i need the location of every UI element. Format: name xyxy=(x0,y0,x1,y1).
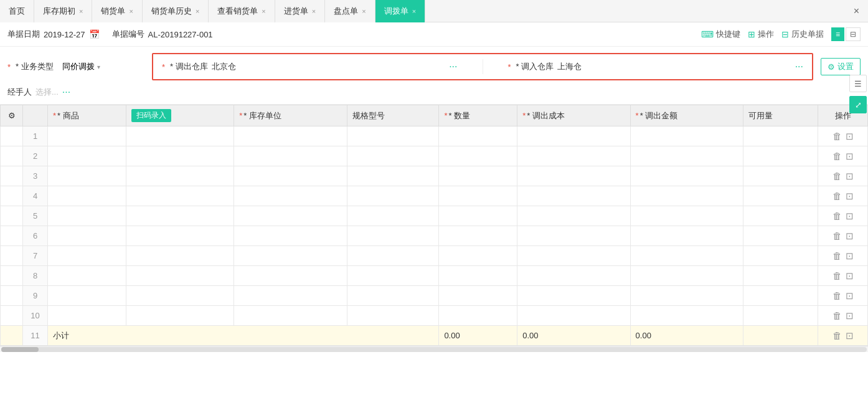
amount-cell[interactable] xyxy=(630,266,743,286)
tab-sales-order[interactable]: 销货单 × xyxy=(92,0,142,22)
close-icon[interactable]: × xyxy=(79,7,83,15)
spec-cell[interactable] xyxy=(347,286,439,306)
horizontal-scrollbar[interactable] xyxy=(0,346,868,352)
unit-cell[interactable] xyxy=(234,306,347,326)
copy-icon[interactable]: ⊡ xyxy=(846,290,854,302)
close-icon[interactable]: × xyxy=(262,7,265,15)
tab-sales-history[interactable]: 销货单历史 × xyxy=(143,0,209,22)
delete-icon[interactable]: 🗑 xyxy=(833,131,842,141)
qty-cell[interactable] xyxy=(439,286,517,306)
qty-cell[interactable] xyxy=(439,246,517,266)
tab-stocktake[interactable]: 盘点单 × xyxy=(325,0,375,22)
delete-icon[interactable]: 🗑 xyxy=(833,191,842,201)
history-action[interactable]: ⊟ 历史单据 xyxy=(781,29,824,40)
delete-icon[interactable]: 🗑 xyxy=(833,171,842,181)
copy-icon[interactable]: ⊡ xyxy=(846,151,854,162)
cost-cell[interactable] xyxy=(517,286,630,306)
amount-cell[interactable] xyxy=(630,186,743,206)
unit-cell[interactable] xyxy=(234,246,347,266)
delete-icon[interactable]: 🗑 xyxy=(833,231,842,241)
copy-icon[interactable]: ⊡ xyxy=(846,231,854,242)
amount-cell[interactable] xyxy=(630,246,743,266)
window-close-button[interactable]: × xyxy=(845,0,868,22)
copy-icon[interactable]: ⊡ xyxy=(846,330,854,341)
transfer-out-dots-button[interactable]: ··· xyxy=(449,61,457,72)
amount-cell[interactable] xyxy=(630,126,743,146)
spec-cell[interactable] xyxy=(347,186,439,206)
product-cell[interactable] xyxy=(48,186,126,206)
spec-cell[interactable] xyxy=(347,266,439,286)
grid-view-button[interactable]: ⊟ xyxy=(846,27,861,41)
product-cell[interactable] xyxy=(48,226,126,246)
col-gear[interactable]: ⚙ xyxy=(1,105,23,126)
delete-icon[interactable]: 🗑 xyxy=(833,310,842,321)
copy-icon[interactable]: ⊡ xyxy=(846,171,854,182)
tab-purchase[interactable]: 进货单 × xyxy=(275,0,325,22)
product-cell[interactable] xyxy=(48,146,126,166)
unit-cell[interactable] xyxy=(234,186,347,206)
qty-cell[interactable] xyxy=(439,226,517,246)
spec-cell[interactable] xyxy=(347,306,439,326)
unit-cell[interactable] xyxy=(234,226,347,246)
transfer-in-dots-button[interactable]: ··· xyxy=(795,61,803,72)
close-icon[interactable]: × xyxy=(362,7,366,15)
copy-icon[interactable]: ⊡ xyxy=(846,270,854,282)
product-cell[interactable] xyxy=(48,246,126,266)
shortcut-action[interactable]: ⌨ 快捷键 xyxy=(701,29,740,40)
amount-cell[interactable] xyxy=(630,226,743,246)
product-cell[interactable] xyxy=(48,266,126,286)
list-view-button[interactable]: ≡ xyxy=(831,27,844,41)
cost-cell[interactable] xyxy=(517,306,630,326)
copy-icon[interactable]: ⊡ xyxy=(846,131,854,142)
copy-icon[interactable]: ⊡ xyxy=(846,310,854,321)
spec-cell[interactable] xyxy=(347,226,439,246)
unit-cell[interactable] xyxy=(234,146,347,166)
cost-cell[interactable] xyxy=(517,246,630,266)
close-icon[interactable]: × xyxy=(312,7,316,15)
operate-action[interactable]: ⊞ 操作 xyxy=(748,29,774,40)
unit-cell[interactable] xyxy=(234,126,347,146)
unit-cell[interactable] xyxy=(234,266,347,286)
spec-cell[interactable] xyxy=(347,126,439,146)
close-icon[interactable]: × xyxy=(196,7,199,15)
cost-cell[interactable] xyxy=(517,226,630,246)
scan-entry-button[interactable]: 扫码录入 xyxy=(131,109,171,122)
spec-cell[interactable] xyxy=(347,206,439,226)
delete-icon[interactable]: 🗑 xyxy=(833,270,842,281)
delete-icon[interactable]: 🗑 xyxy=(833,211,842,221)
scroll-thumb[interactable] xyxy=(1,347,39,352)
unit-cell[interactable] xyxy=(234,206,347,226)
spec-cell[interactable] xyxy=(347,166,439,186)
unit-cell[interactable] xyxy=(234,166,347,186)
qty-cell[interactable] xyxy=(439,186,517,206)
spec-cell[interactable] xyxy=(347,146,439,166)
right-panel-expand-button[interactable]: ⤢ xyxy=(849,96,867,113)
amount-cell[interactable] xyxy=(630,206,743,226)
qty-cell[interactable] xyxy=(439,206,517,226)
amount-cell[interactable] xyxy=(630,286,743,306)
product-cell[interactable] xyxy=(48,126,126,146)
delete-icon[interactable]: 🗑 xyxy=(833,151,842,161)
qty-cell[interactable] xyxy=(439,166,517,186)
tab-home[interactable]: 首页 xyxy=(0,0,34,22)
cost-cell[interactable] xyxy=(517,166,630,186)
amount-cell[interactable] xyxy=(630,146,743,166)
close-icon[interactable]: × xyxy=(412,7,416,15)
delete-icon[interactable]: 🗑 xyxy=(833,290,842,301)
cost-cell[interactable] xyxy=(517,126,630,146)
tab-view-sales[interactable]: 查看销货单 × xyxy=(209,0,275,22)
handler-placeholder[interactable]: 选择... xyxy=(35,87,59,98)
cost-cell[interactable] xyxy=(517,266,630,286)
cost-cell[interactable] xyxy=(517,206,630,226)
close-icon[interactable]: × xyxy=(129,7,133,15)
qty-cell[interactable] xyxy=(439,266,517,286)
delete-icon[interactable]: 🗑 xyxy=(833,250,842,261)
delete-icon[interactable]: 🗑 xyxy=(833,330,842,341)
product-cell[interactable] xyxy=(48,306,126,326)
copy-icon[interactable]: ⊡ xyxy=(846,191,854,202)
copy-icon[interactable]: ⊡ xyxy=(846,211,854,222)
product-cell[interactable] xyxy=(48,206,126,226)
tab-transfer[interactable]: 调拨单 × xyxy=(375,0,425,22)
spec-cell[interactable] xyxy=(347,246,439,266)
qty-cell[interactable] xyxy=(439,306,517,326)
